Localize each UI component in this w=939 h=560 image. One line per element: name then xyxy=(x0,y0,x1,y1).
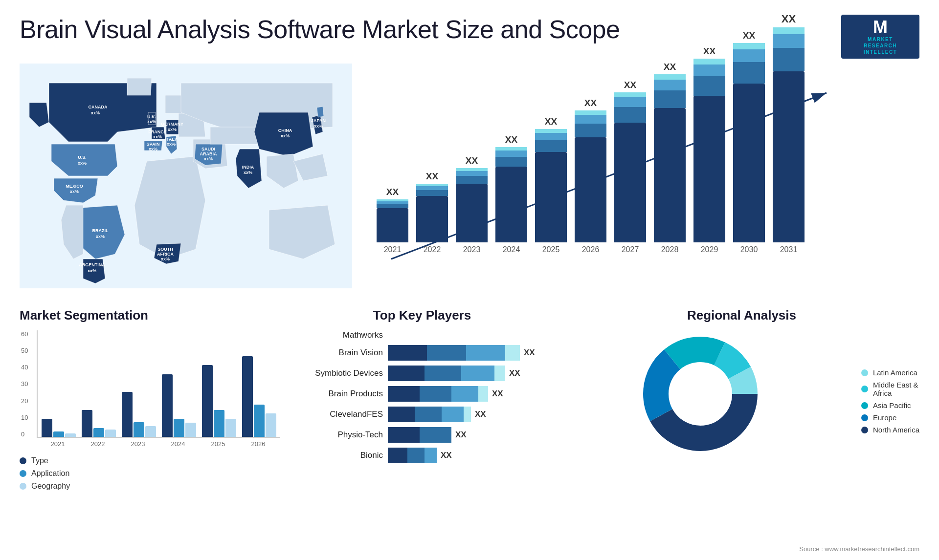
application-dot xyxy=(20,470,26,477)
players-title: Top Key Players xyxy=(300,308,544,323)
europe-label: Europe xyxy=(873,413,896,422)
seg-year-2026: 2026 xyxy=(241,440,275,448)
application-label: Application xyxy=(31,469,69,478)
latin-america-label: Latin America xyxy=(873,368,917,377)
seg-year-2024: 2024 xyxy=(161,440,195,448)
year-label-2024: 2024 xyxy=(503,245,520,254)
svg-point-8 xyxy=(670,364,731,425)
brazil-label: BRAZIL xyxy=(92,228,109,233)
year-label-2031: 2031 xyxy=(780,245,798,254)
spain-label: SPAIN xyxy=(147,142,160,147)
player-xx-brain-products: XX xyxy=(492,389,503,399)
type-dot xyxy=(20,457,26,464)
france-value: xx% xyxy=(153,134,162,139)
india-value: xx% xyxy=(244,170,252,175)
brazil-value: xx% xyxy=(96,234,105,239)
player-name-bionic: Bionic xyxy=(300,451,383,460)
player-xx-physio: XX xyxy=(455,430,467,440)
seg-group-2022 xyxy=(82,410,116,437)
donut-svg xyxy=(637,330,764,457)
legend-geography: Geography xyxy=(20,482,280,491)
uk-label: U.K. xyxy=(147,114,156,119)
bar-2023: XX 2023 xyxy=(456,155,488,254)
geography-label: Geography xyxy=(31,482,70,491)
china-label: CHINA xyxy=(278,128,292,133)
regional-legend: Latin America Middle East &Africa Asia P… xyxy=(861,368,919,434)
legend-application: Application xyxy=(20,469,280,478)
safrica-label: SOUTH xyxy=(157,247,173,252)
year-label-2027: 2027 xyxy=(622,245,639,254)
year-label-2025: 2025 xyxy=(542,245,560,254)
bar-chart-section: XX 2021 XX xyxy=(367,64,919,298)
bar-2024: XX 2024 xyxy=(495,134,527,254)
player-name-brain-products: Brain Products xyxy=(300,389,383,399)
bar-label-2026: XX xyxy=(584,98,597,108)
logo-box: M MARKETRESEARCHINTELLECT xyxy=(841,15,919,59)
bar-label-2030: XX xyxy=(743,30,755,41)
regional-title: Regional Analysis xyxy=(564,308,919,323)
bar-2031: XX 2031 xyxy=(773,13,805,254)
year-label-2030: 2030 xyxy=(740,245,758,254)
year-label-2029: 2029 xyxy=(701,245,718,254)
bar-label-2028: XX xyxy=(664,62,676,72)
france-label: FRANCE xyxy=(148,129,167,134)
saudi-label: SAUDI xyxy=(201,147,215,151)
player-name-symbiotic: Symbiotic Devices xyxy=(300,368,383,378)
seg-legend: Type Application Geography xyxy=(20,456,280,491)
italy-label: ITALY xyxy=(165,137,178,142)
y-40: 40 xyxy=(21,364,28,371)
world-map-section: CANADA xx% U.S. xx% MEXICO xx% BRAZIL xx… xyxy=(20,64,352,298)
world-map-svg: CANADA xx% U.S. xx% MEXICO xx% BRAZIL xx… xyxy=(20,64,352,288)
asia-pacific-dot xyxy=(861,402,868,409)
player-bar-cleveland: XX xyxy=(388,407,544,422)
seg-year-2023: 2023 xyxy=(121,440,155,448)
china-value: xx% xyxy=(281,133,290,138)
player-bar-brain-products: XX xyxy=(388,386,544,402)
legend-latin-america: Latin America xyxy=(861,368,919,377)
legend-middle-east-africa: Middle East &Africa xyxy=(861,381,919,397)
player-bar-brain-vision: XX xyxy=(388,345,544,361)
middle-east-africa-label: Middle East &Africa xyxy=(873,381,918,397)
bar-label-2031: XX xyxy=(782,13,796,25)
year-label-2026: 2026 xyxy=(582,245,600,254)
canada-value: xx% xyxy=(91,110,100,115)
logo-text: MARKETRESEARCHINTELLECT xyxy=(864,36,897,55)
player-physio: Physio-Tech XX xyxy=(300,427,544,443)
uk-value: xx% xyxy=(147,119,156,124)
player-bar-symbiotic: XX xyxy=(388,366,544,381)
asia-pacific-label: Asia Pacific xyxy=(873,401,911,409)
bar-label-2029: XX xyxy=(703,46,715,57)
bar-label-2021: XX xyxy=(386,187,399,197)
us-label: U.S. xyxy=(78,155,87,160)
y-60: 60 xyxy=(21,330,28,338)
saudi-label2: ARABIA xyxy=(200,151,217,156)
bar-chart-container: XX 2021 XX xyxy=(367,68,919,274)
canada-label: CANADA xyxy=(89,105,108,109)
spain-value: xx% xyxy=(149,147,157,151)
player-name-physio: Physio-Tech xyxy=(300,430,383,440)
seg-group-2024 xyxy=(162,374,196,437)
year-label-2022: 2022 xyxy=(424,245,441,254)
regional-content: Latin America Middle East &Africa Asia P… xyxy=(564,330,919,467)
germany-label: GERMANY xyxy=(161,122,183,127)
player-bar-physio: XX xyxy=(388,427,544,443)
year-label-2023: 2023 xyxy=(463,245,481,254)
bar-label-2027: XX xyxy=(624,80,636,90)
player-xx-symbiotic: XX xyxy=(509,368,520,378)
bar-brain-vision xyxy=(388,345,520,361)
italy-value: xx% xyxy=(167,142,176,147)
player-bar-bionic: XX xyxy=(388,448,544,463)
bar-2030: XX 2030 xyxy=(733,30,765,254)
argentina-label: ARGENTINA xyxy=(79,262,105,267)
india-label: INDIA xyxy=(242,165,254,170)
regional-section: Regional Analysis xyxy=(564,308,919,489)
bar-bionic xyxy=(388,448,437,463)
bar-2025: XX 2025 xyxy=(535,116,567,254)
source-text: Source : www.marketresearchintellect.com xyxy=(799,545,919,553)
seg-group-2025 xyxy=(202,365,236,437)
y-10: 10 xyxy=(21,414,28,421)
segmentation-section: Market Segmentation 60 50 40 30 20 10 0 xyxy=(20,308,280,489)
bar-2027: XX 2027 xyxy=(614,80,646,254)
players-section: Top Key Players Mathworks Brain Vision X… xyxy=(300,308,544,489)
player-symbiotic: Symbiotic Devices XX xyxy=(300,366,544,381)
